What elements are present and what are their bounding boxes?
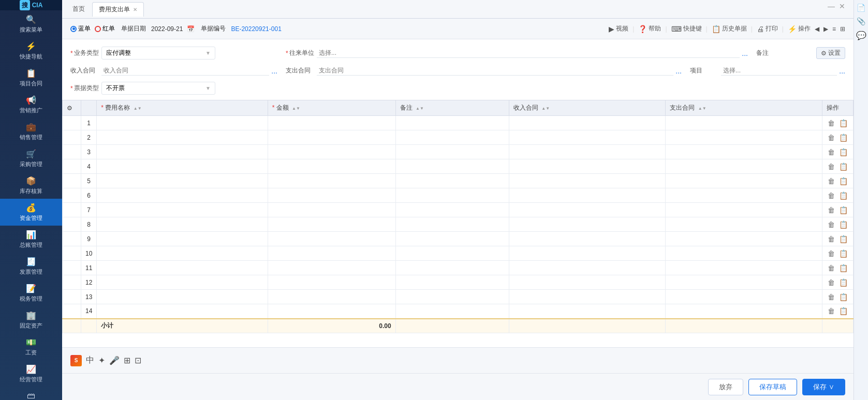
row-delete-icon[interactable]: 🗑 [828, 235, 835, 243]
row-amount-cell[interactable] [268, 275, 395, 290]
row-expense-name-cell[interactable] [97, 159, 268, 174]
expense-contract-input[interactable] [317, 66, 673, 76]
settings-button[interactable]: ⚙ 设置 [816, 47, 845, 59]
row-amount-cell[interactable] [268, 304, 395, 319]
sidebar-item-purchase[interactable]: 🛒 采购管理 [0, 145, 62, 172]
row-delete-icon[interactable]: 🗑 [828, 191, 835, 200]
income-contract-ellipsis[interactable]: ... [271, 67, 277, 75]
th-settings[interactable]: ⚙ [63, 100, 81, 116]
bottom-diamond-icon[interactable]: ✦ [98, 355, 105, 365]
row-income-contract-cell[interactable] [509, 246, 666, 261]
row-delete-icon[interactable]: 🗑 [828, 177, 835, 185]
discard-button[interactable]: 放弃 [708, 379, 743, 395]
row-income-contract-cell[interactable] [509, 203, 666, 217]
history-btn[interactable]: 📋 历史单据 [712, 24, 747, 33]
row-delete-icon[interactable]: 🗑 [828, 249, 835, 258]
window-close-btn[interactable]: ✕ [839, 2, 845, 10]
row-expense-name-cell[interactable] [97, 188, 268, 203]
tab-expense[interactable]: 费用支出单 ✕ [92, 2, 144, 17]
nav-next-btn[interactable]: ▶ [823, 25, 828, 33]
row-remark-cell[interactable] [395, 203, 509, 217]
row-income-contract-cell[interactable] [509, 174, 666, 188]
row-delete-icon[interactable]: 🗑 [828, 162, 835, 171]
row-expense-contract-cell[interactable] [666, 159, 822, 174]
row-expense-contract-cell[interactable] [666, 188, 822, 203]
row-remark-cell[interactable] [395, 174, 509, 188]
sidebar-item-tax[interactable]: 📝 税务管理 [0, 279, 62, 306]
row-remark-cell[interactable] [395, 159, 509, 174]
row-remark-cell[interactable] [395, 130, 509, 145]
print-btn[interactable]: 🖨 打印 [757, 24, 778, 33]
operate-btn[interactable]: ⚡ 操作 [788, 24, 811, 33]
th-income-contract[interactable]: 收入合同 ▲▼ [509, 100, 666, 116]
row-remark-cell[interactable] [395, 246, 509, 261]
row-expense-contract-cell[interactable] [666, 145, 822, 159]
sidebar-item-assets[interactable]: 🏢 固定资产 [0, 306, 62, 333]
row-amount-cell[interactable] [268, 217, 395, 232]
row-copy-icon[interactable]: 📋 [839, 278, 848, 287]
sidebar-item-invoice[interactable]: 🧾 发票管理 [0, 253, 62, 279]
grid-view-btn[interactable]: ⊞ [840, 25, 845, 33]
row-copy-icon[interactable]: 📋 [839, 134, 848, 142]
row-remark-cell[interactable] [395, 188, 509, 203]
biz-type-select[interactable]: 应付调整 ▼ [101, 47, 215, 60]
th-remark[interactable]: 备注 ▲▼ [395, 100, 509, 116]
row-copy-icon[interactable]: 📋 [839, 119, 848, 127]
row-remark-cell[interactable] [395, 304, 509, 319]
row-expense-contract-cell[interactable] [666, 275, 822, 290]
row-copy-icon[interactable]: 📋 [839, 191, 848, 200]
radio-red[interactable]: 红单 [95, 24, 115, 33]
row-amount-cell[interactable] [268, 246, 395, 261]
row-amount-cell[interactable] [268, 232, 395, 246]
row-copy-icon[interactable]: 📋 [839, 206, 848, 214]
row-delete-icon[interactable]: 🗑 [828, 206, 835, 214]
sidebar-item-sales[interactable]: 💼 销售管理 [0, 118, 62, 145]
row-delete-icon[interactable]: 🗑 [828, 148, 835, 156]
tab-close-icon[interactable]: ✕ [133, 7, 137, 12]
row-remark-cell[interactable] [395, 290, 509, 304]
row-expense-contract-cell[interactable] [666, 232, 822, 246]
right-attach-icon[interactable]: 📎 [855, 16, 867, 27]
row-expense-contract-cell[interactable] [666, 261, 822, 275]
row-expense-name-cell[interactable] [97, 290, 268, 304]
row-income-contract-cell[interactable] [509, 159, 666, 174]
tab-home[interactable]: 首页 [66, 2, 91, 17]
row-expense-name-cell[interactable] [97, 203, 268, 217]
row-remark-cell[interactable] [395, 232, 509, 246]
th-expense-name[interactable]: * 费用名称 ▲▼ [97, 100, 268, 116]
shortcut-btn[interactable]: ⌨ 快捷键 [671, 24, 702, 33]
row-amount-cell[interactable] [268, 116, 395, 130]
row-amount-cell[interactable] [268, 203, 395, 217]
row-amount-cell[interactable] [268, 130, 395, 145]
row-delete-icon[interactable]: 🗑 [828, 119, 835, 127]
row-expense-contract-cell[interactable] [666, 203, 822, 217]
sidebar-item-salary[interactable]: 💵 工资 [0, 333, 62, 360]
row-copy-icon[interactable]: 📋 [839, 235, 848, 243]
row-remark-cell[interactable] [395, 275, 509, 290]
invoice-type-select[interactable]: 不开票 ▼ [101, 82, 215, 95]
bottom-grid1-icon[interactable]: ⊞ [124, 355, 130, 365]
row-copy-icon[interactable]: 📋 [839, 148, 848, 156]
row-expense-name-cell[interactable] [97, 217, 268, 232]
row-income-contract-cell[interactable] [509, 217, 666, 232]
sidebar-item-finance[interactable]: 💰 资金管理 [0, 199, 62, 226]
row-expense-name-cell[interactable] [97, 261, 268, 275]
help-btn[interactable]: ❓ 帮助 [638, 24, 661, 33]
sidebar-item-accounting[interactable]: 📊 总账管理 [0, 226, 62, 253]
row-expense-contract-cell[interactable] [666, 304, 822, 319]
row-delete-icon[interactable]: 🗑 [828, 220, 835, 229]
row-income-contract-cell[interactable] [509, 304, 666, 319]
row-copy-icon[interactable]: 📋 [839, 264, 848, 272]
row-amount-cell[interactable] [268, 174, 395, 188]
sidebar-item-base[interactable]: 🗃 基础信息 [0, 387, 62, 400]
row-expense-name-cell[interactable] [97, 174, 268, 188]
row-delete-icon[interactable]: 🗑 [828, 278, 835, 287]
row-copy-icon[interactable]: 📋 [839, 249, 848, 258]
nav-prev-btn[interactable]: ◀ [815, 25, 819, 33]
row-amount-cell[interactable] [268, 290, 395, 304]
sidebar-item-ops[interactable]: 📈 经营管理 [0, 360, 62, 387]
row-copy-icon[interactable]: 📋 [839, 307, 848, 315]
project-input[interactable] [721, 66, 837, 76]
row-expense-contract-cell[interactable] [666, 217, 822, 232]
row-remark-cell[interactable] [395, 217, 509, 232]
